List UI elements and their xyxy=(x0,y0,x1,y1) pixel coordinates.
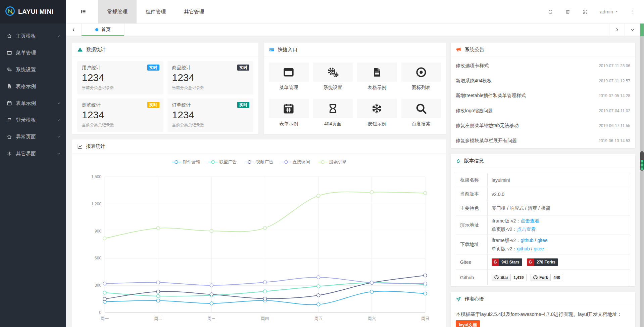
github-star-button[interactable]: Star 1,419 xyxy=(492,274,527,281)
demo-spa-link[interactable]: 点击查看 xyxy=(517,227,536,232)
announcement-item[interactable]: 修复左侧菜单缩放tab无法移动 2019-06-17 11:55 xyxy=(456,118,630,133)
chart-point xyxy=(370,290,374,293)
status-badge: 实时 xyxy=(147,102,159,108)
panel-title: 快捷入口 xyxy=(278,46,297,53)
scrollbar-thumb-stripes xyxy=(641,160,643,170)
scrollbar-thumb-top[interactable] xyxy=(640,24,644,36)
sidebar-item-menu-management[interactable]: 菜单管理 xyxy=(0,44,66,61)
stat-desc: 当前分类总记录数 xyxy=(172,85,249,91)
quick-tile-menu[interactable]: 菜单管理 xyxy=(269,63,309,91)
sidebar-item-home-templates[interactable]: 主页模板 xyxy=(0,28,66,44)
stat-cards: 用户统计 实时 1234 当前分类总记录数 商品统计 实时 1234 当前分类总… xyxy=(72,57,258,136)
quick-tile-404[interactable]: 404页面 xyxy=(313,99,353,127)
sidebar-item-table-examples[interactable]: 表格示例 xyxy=(0,78,66,95)
scrollbar-track[interactable] xyxy=(640,36,644,327)
chart-point xyxy=(317,303,320,306)
chevron-right-icon xyxy=(614,27,620,32)
chart-point xyxy=(210,302,213,305)
svg-text:900: 900 xyxy=(95,229,101,234)
announcement-item[interactable]: 新增treetable插件和菜单管理样式 2019-07-05 14:28 xyxy=(456,88,630,104)
line-chart-icon xyxy=(77,144,83,149)
sidebar-item-system-settings[interactable]: 系统设置 xyxy=(0,61,66,78)
quick-tile-icons[interactable]: 图标列表 xyxy=(401,63,441,91)
sidebar-item-error-pages[interactable]: 异常页面 xyxy=(0,128,66,145)
more-menu-icon[interactable] xyxy=(631,9,635,14)
user-dropdown[interactable]: admin xyxy=(600,9,619,14)
tab-home[interactable]: 首页 xyxy=(82,24,125,36)
panel-report-statistics: 报表统计 邮件营销联盟广告视频广告直接访问搜索引擎 03006009001,20… xyxy=(72,139,446,327)
legend-item[interactable]: 邮件营销 xyxy=(172,159,200,165)
sidebar-item-login-templates[interactable]: 登录模板 xyxy=(0,112,66,128)
announcement-item[interactable]: 修复多模块菜单栏展开有问题 2019-06-13 14:53 xyxy=(456,133,630,149)
svg-text:周五: 周五 xyxy=(314,316,323,321)
hourglass-icon xyxy=(327,103,339,114)
quick-tile-table[interactable]: 表格示例 xyxy=(357,63,397,91)
chart-point xyxy=(210,284,213,287)
sidebar-item-other-pages[interactable]: 其它界面 xyxy=(0,145,66,162)
header-tab-general[interactable]: 常规管理 xyxy=(98,0,137,24)
warning-triangle-icon xyxy=(77,47,83,52)
table-row: Github Star 1,419 Fork 440 xyxy=(456,270,630,285)
github-fork-button[interactable]: Fork 440 xyxy=(531,274,563,281)
download-gitee-link[interactable]: gitee xyxy=(537,238,547,243)
stat-card-views[interactable]: 浏览统计 实时 1234 当前分类总记录数 xyxy=(77,98,163,132)
panel-title: 数据统计 xyxy=(86,46,106,53)
header-menu-tabs: 常规管理 组件管理 其它管理 xyxy=(98,0,213,24)
chart-point xyxy=(317,194,320,198)
collapse-sidebar-icon[interactable] xyxy=(73,9,93,14)
legend-item[interactable]: 联盟广告 xyxy=(208,159,237,165)
download-github-link[interactable]: github xyxy=(517,246,530,251)
header-tab-components[interactable]: 组件管理 xyxy=(137,0,175,24)
panel-title: 系统公告 xyxy=(465,46,484,53)
snowflake-icon xyxy=(7,151,12,156)
download-gitee-link[interactable]: gitee xyxy=(534,246,544,251)
quick-tile-baidu-search[interactable]: 百度搜索 xyxy=(401,99,441,127)
gitee-forks-badge[interactable]: G 278 Forks xyxy=(527,258,558,266)
stat-card-orders[interactable]: 订单统计 实时 1234 当前分类总记录数 xyxy=(167,98,254,132)
quick-tile-settings[interactable]: 系统设置 xyxy=(313,63,353,91)
svg-text:周一: 周一 xyxy=(101,316,109,321)
framework-name: layuimini xyxy=(488,173,630,187)
announcement-item[interactable]: 修改logo缩放问题 2019-07-04 11:02 xyxy=(456,104,630,119)
chart-point xyxy=(370,281,374,284)
gitee-stars-badge[interactable]: G 941 Stars xyxy=(492,258,522,266)
legend-item[interactable]: 搜索引擎 xyxy=(318,159,347,165)
right-zone: 系统公告 修改选项卡样式 2019-07-11 23:06 新增系统404模板 … xyxy=(451,43,635,327)
announcement-list: 修改选项卡样式 2019-07-11 23:06 新增系统404模板 2019-… xyxy=(451,57,635,150)
layui-docs-button[interactable]: layui文档 xyxy=(456,320,480,327)
sidebar-item-label: 其它界面 xyxy=(16,151,36,157)
legend-marker-icon xyxy=(282,160,291,164)
tab-scroll-right-button[interactable] xyxy=(609,24,625,36)
author-intro: 本模板基于layui2.5.4以及font-awesome-4.7.0进行实现。… xyxy=(456,312,622,317)
announcement-item[interactable]: 新增系统404模板 2019-07-11 12:57 xyxy=(456,74,630,89)
sidebar-item-label: 表格示例 xyxy=(16,83,36,90)
home-icon xyxy=(7,134,12,139)
demo-iframe-link[interactable]: 点击查看 xyxy=(521,218,539,223)
legend-item[interactable]: 直接访问 xyxy=(282,159,310,165)
chart-point xyxy=(156,281,160,284)
chart-point xyxy=(263,281,267,284)
trash-icon[interactable] xyxy=(565,9,571,14)
fullscreen-icon[interactable] xyxy=(583,9,588,14)
paper-plane-icon xyxy=(456,296,461,302)
sidebar-item-label: 系统设置 xyxy=(16,67,36,73)
scrollbar-thumb[interactable] xyxy=(640,151,644,171)
line-chart[interactable]: 03006009001,2001,500周一周二周三周四周五周六周日 xyxy=(72,165,446,327)
window-icon xyxy=(7,50,12,55)
stat-card-users[interactable]: 用户统计 实时 1234 当前分类总记录数 xyxy=(77,61,163,94)
legend-item[interactable]: 视频广告 xyxy=(245,159,274,165)
tab-actions-dropdown-button[interactable] xyxy=(625,24,640,36)
announcement-item[interactable]: 修改选项卡样式 2019-07-11 23:06 xyxy=(456,58,630,74)
version-table: 框架名称 layuimini 当前版本 v2.0.0 主要特色 零门槛 / 响应… xyxy=(456,173,630,285)
quick-tile-form[interactable]: 表单示例 xyxy=(269,99,309,127)
download-github-link[interactable]: github xyxy=(521,238,533,243)
stat-card-products[interactable]: 商品统计 实时 1234 当前分类总记录数 xyxy=(167,61,254,94)
svg-text:1,200: 1,200 xyxy=(91,202,101,206)
logo[interactable]: LAYUI MINI xyxy=(0,0,66,24)
sidebar-item-form-examples[interactable]: 表单示例 xyxy=(0,95,66,112)
header-tab-other[interactable]: 其它管理 xyxy=(175,0,213,24)
quick-tile-buttons[interactable]: 按钮示例 xyxy=(357,99,397,127)
tab-scroll-left-button[interactable] xyxy=(66,24,82,36)
stat-desc: 当前分类总记录数 xyxy=(82,85,159,91)
refresh-icon[interactable] xyxy=(548,9,553,14)
